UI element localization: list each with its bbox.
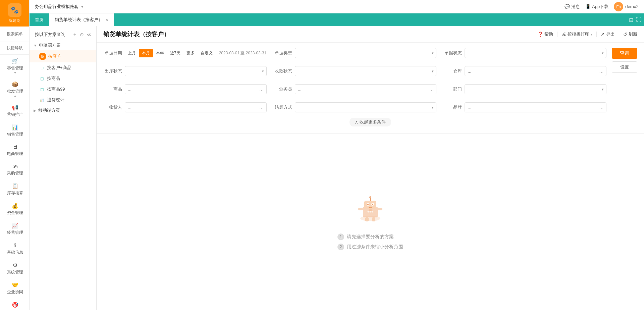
sidebar-item-retail[interactable]: 🛒 零售管理 ▼ xyxy=(0,55,29,78)
order-type-select-wrap: ▾ xyxy=(295,48,437,58)
scheme-item-product[interactable]: ◫ 按商品 xyxy=(30,73,96,84)
product-select-wrap: … xyxy=(125,84,267,94)
main-area: 办公用品行业模拟账套 ▾ 💬 消息 📱 App下载 Ea demo2 首页 xyxy=(30,0,644,310)
sidebar-item-operations[interactable]: 📈 经营管理 xyxy=(0,219,29,239)
tutorial-icon: 🎯 xyxy=(12,302,18,308)
tab-maximize-icon[interactable]: ⛶ xyxy=(636,17,641,23)
sidebar-item-tutorial[interactable]: 🎯 新手引导 xyxy=(0,298,29,310)
scheme-add-btn[interactable]: ＋ xyxy=(72,31,78,38)
scheme-collapse-icon[interactable]: ≪ xyxy=(86,31,92,38)
scheme-item-return[interactable]: 📊 退货统计 xyxy=(30,95,96,105)
shortcut-more[interactable]: 更多 xyxy=(183,49,198,57)
export-btn[interactable]: ↗ 导出 xyxy=(601,31,615,37)
refresh-btn[interactable]: ↺ 刷新 xyxy=(623,31,637,37)
delivery-select[interactable] xyxy=(125,66,267,76)
order-type-label: 单据类型 xyxy=(273,50,292,56)
scheme-item-customer-product-icon: ⊞ xyxy=(39,65,45,71)
topbar-right: 💬 消息 📱 App下载 Ea demo2 xyxy=(565,2,639,11)
message-label: 消息 xyxy=(571,4,580,10)
logo[interactable]: 🐾 标题页 xyxy=(0,0,29,27)
collapse-icon: ∧ xyxy=(355,120,358,125)
sidebar-item-sales[interactable]: 📊 销售管理 xyxy=(0,121,29,141)
user-name: demo2 xyxy=(625,4,639,9)
sidebar-item-ecommerce[interactable]: 🖥 电商管理 xyxy=(0,141,29,160)
query-button[interactable]: 查询 xyxy=(612,48,637,59)
refresh-label: 刷新 xyxy=(629,31,637,37)
shortcut-this-month[interactable]: 本月 xyxy=(139,49,153,57)
department-label: 部门 xyxy=(443,86,462,92)
message-icon: 💬 xyxy=(565,4,570,9)
app-download-btn[interactable]: 📱 App下载 xyxy=(585,4,608,10)
tab-sales-stats[interactable]: 销货单统计表（按客户） ✕ xyxy=(49,13,114,26)
date-range-display: 2023-03-01 至 2023-03-31 xyxy=(219,50,266,56)
tab-minimize-icon[interactable]: ⊟ xyxy=(629,17,633,23)
collapse-btn[interactable]: ∧ 收起更多条件 xyxy=(350,118,391,126)
warehouse-input[interactable] xyxy=(465,66,606,76)
svg-rect-2 xyxy=(364,201,376,209)
sidebar-item-inventory[interactable]: 📋 库存核算 xyxy=(0,179,29,199)
download-icon: 📱 xyxy=(585,4,591,9)
sidebar-item-system[interactable]: ⚙ 系统管理 xyxy=(0,259,29,278)
settlement-select[interactable] xyxy=(295,102,437,112)
collapse-label: 收起更多条件 xyxy=(360,119,386,125)
scheme-item-customer[interactable]: 按 按客户 xyxy=(30,50,96,62)
brand-select-wrap: … xyxy=(465,102,606,112)
payment-select[interactable] xyxy=(295,66,437,76)
sidebar-item-marketing[interactable]: 📢 营销推广 xyxy=(0,101,29,121)
order-type-select[interactable] xyxy=(295,48,437,58)
user-section[interactable]: Ea demo2 xyxy=(614,2,639,11)
tab-home[interactable]: 首页 xyxy=(30,13,49,26)
setting-button[interactable]: 设置 xyxy=(612,61,637,73)
scheme-group-desktop-header[interactable]: ▼ 电脑端方案 xyxy=(30,40,96,50)
sidebar-item-basic-info[interactable]: ℹ 基础信息 xyxy=(0,239,29,259)
shortcut-this-year[interactable]: 本年 xyxy=(153,49,167,57)
basic-info-label: 基础信息 xyxy=(7,250,23,255)
export-label: 导出 xyxy=(606,31,615,37)
shortcut-custom[interactable]: 自定义 xyxy=(198,49,216,57)
svg-point-9 xyxy=(370,211,371,213)
tab-close-icon[interactable]: ✕ xyxy=(105,18,108,22)
print-btn[interactable]: 🖨 按模板打印 ▾ xyxy=(561,31,592,37)
sidebar-item-finance[interactable]: 💰 资金管理 xyxy=(0,199,29,219)
scheme-item-customer-product[interactable]: ⊞ 按客户+商品 xyxy=(30,62,96,73)
cooperation-icon: 🤝 xyxy=(12,282,18,288)
order-status-label: 单据状态 xyxy=(443,50,462,56)
sidebar-item-wholesale[interactable]: 📦 批发管理 ▲ xyxy=(0,78,29,101)
filter-row-date: 单据日期 上月 本月 本年 近7天 更多 自定义 20 xyxy=(103,48,606,58)
hint-num-1: 1 xyxy=(337,234,344,240)
quick-nav-label[interactable]: 快捷导航 xyxy=(0,44,29,52)
recipient-input[interactable] xyxy=(125,102,267,112)
print-dropdown-icon[interactable]: ▾ xyxy=(591,33,592,36)
svg-point-5 xyxy=(367,204,369,205)
sidebar: 🐾 标题页 搜索菜单 快捷导航 🛒 零售管理 ▼ 📦 批发管理 ▲ 📢 营销推广… xyxy=(0,0,30,310)
scheme-group-mobile-header[interactable]: ▶ 移动端方案 xyxy=(30,105,96,115)
scheme-item-product99[interactable]: ◫ 按商品99 xyxy=(30,84,96,95)
export-icon: ↗ xyxy=(601,32,605,37)
help-label: 帮助 xyxy=(544,31,553,37)
order-status-select[interactable] xyxy=(465,48,606,58)
product-input[interactable] xyxy=(125,84,267,94)
sidebar-item-purchase[interactable]: 🛍 采购管理 xyxy=(0,160,29,179)
brand-label: 品牌 xyxy=(443,104,462,110)
message-btn[interactable]: 💬 消息 xyxy=(565,4,580,10)
wholesale-icon: 📦 xyxy=(12,81,18,88)
action-divider-1 xyxy=(557,32,557,37)
topbar: 办公用品行业模拟账套 ▾ 💬 消息 📱 App下载 Ea demo2 xyxy=(30,0,644,13)
payment-label: 收款状态 xyxy=(273,68,292,74)
scheme-settings-icon[interactable]: ⊙ xyxy=(79,31,85,38)
help-btn[interactable]: ❓ 帮助 xyxy=(537,31,553,37)
shortcut-last-month[interactable]: 上月 xyxy=(125,49,139,57)
quick-nav[interactable]: 快捷导航 xyxy=(0,42,29,55)
salesperson-input[interactable] xyxy=(295,84,437,94)
scheme-item-product99-label: 按商品99 xyxy=(47,86,65,92)
topbar-dropdown-icon[interactable]: ▾ xyxy=(81,4,83,9)
order-status-select-wrap: ▾ xyxy=(465,48,606,58)
search-menu-label[interactable]: 搜索菜单 xyxy=(3,30,26,38)
avatar[interactable]: Ea xyxy=(614,2,623,11)
svg-rect-7 xyxy=(369,209,372,211)
brand-input[interactable] xyxy=(465,102,606,112)
shortcut-7days[interactable]: 近7天 xyxy=(167,49,183,57)
department-select[interactable] xyxy=(465,84,606,94)
sidebar-item-cooperation[interactable]: 🤝 企业协同 xyxy=(0,278,29,298)
sidebar-search[interactable]: 搜索菜单 xyxy=(0,27,29,42)
